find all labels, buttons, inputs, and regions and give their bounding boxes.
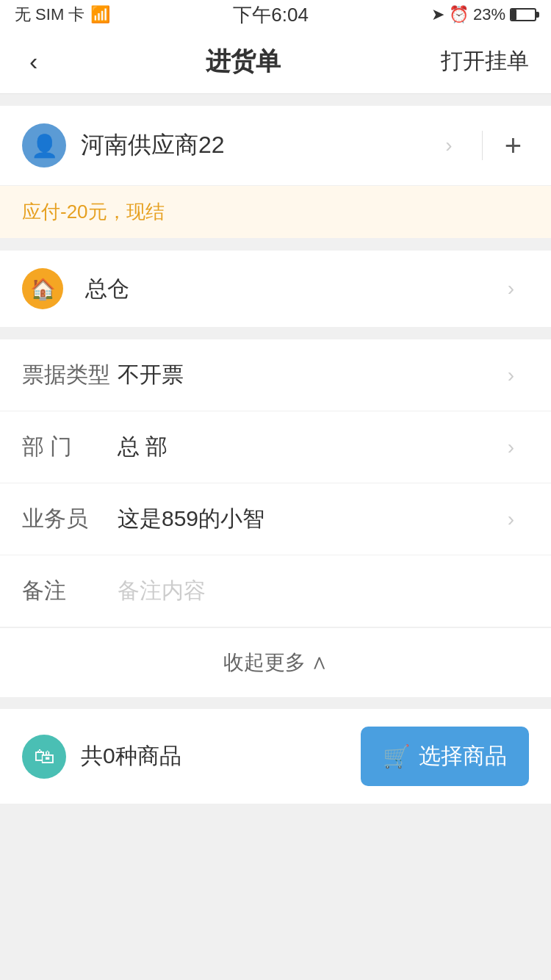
notice-text: 应付-20元，现结 [22,201,165,223]
remark-label: 备注 [22,576,110,606]
section-divider-1 [0,94,551,106]
warehouse-row[interactable]: 🏠 总仓 › [0,251,551,328]
alarm-icon: ⏰ [449,5,469,24]
select-product-label: 选择商品 [419,741,507,771]
select-product-cart-icon: 🛒 [383,743,410,769]
department-label: 部 门 [22,432,110,462]
warehouse-chevron-icon: › [508,277,514,300]
wifi-icon: 📶 [90,5,110,24]
salesperson-chevron-icon: › [508,508,514,531]
invoice-type-value: 不开票 [110,360,508,390]
department-chevron-icon: › [508,436,514,459]
department-value: 总 部 [110,432,508,462]
notice-bar: 应付-20元，现结 [0,186,551,238]
form-section: 票据类型 不开票 › 部 门 总 部 › 业务员 这是859的小智 › 备注 备… [0,339,551,697]
salesperson-value: 这是859的小智 [110,504,508,534]
supplier-divider [482,131,483,160]
bottom-section: 🛍 共0种商品 🛒 选择商品 [0,709,551,804]
nav-bar: ‹ 进货单 打开挂单 [0,29,551,94]
salesperson-label: 业务员 [22,504,110,534]
status-right: ➤ ⏰ 23% [431,5,536,24]
open-pending-button[interactable]: 打开挂单 [441,46,529,76]
supplier-name: 河南供应商22 [81,129,445,162]
invoice-type-row[interactable]: 票据类型 不开票 › [0,339,551,411]
battery-icon [510,8,536,21]
collapse-toggle[interactable]: 收起更多 ∧ [0,627,551,697]
avatar-person-icon: 👤 [31,133,58,159]
status-left: 无 SIM 卡 📶 [15,4,110,26]
chevron-right-icon: › [445,134,452,157]
collapse-text: 收起更多 ∧ [223,651,328,674]
warehouse-icon-bg: 🏠 [22,268,63,309]
add-supplier-button[interactable]: + [497,129,529,162]
remark-input[interactable]: 备注内容 [110,576,529,606]
sim-signal-text: 无 SIM 卡 [15,4,84,26]
invoice-type-label: 票据类型 [22,360,110,390]
supplier-row[interactable]: 👤 河南供应商22 › + [0,106,551,186]
status-bar: 无 SIM 卡 📶 下午6:04 ➤ ⏰ 23% [0,0,551,29]
page-title: 进货单 [206,45,281,79]
remark-row[interactable]: 备注 备注内容 [0,555,551,627]
back-button[interactable]: ‹ [22,40,45,83]
shopping-bag-icon: 🛍 [34,744,54,768]
product-icon-bg: 🛍 [22,735,66,779]
supplier-section: 👤 河南供应商22 › + 应付-20元，现结 [0,106,551,239]
avatar: 👤 [22,123,66,167]
house-icon: 🏠 [30,277,56,301]
warehouse-section: 🏠 总仓 › [0,251,551,328]
product-count: 共0种商品 [81,741,361,771]
department-row[interactable]: 部 门 总 部 › [0,411,551,483]
invoice-type-chevron-icon: › [508,364,514,387]
location-icon: ➤ [431,5,444,24]
select-product-button[interactable]: 🛒 选择商品 [361,727,529,786]
warehouse-value: 总仓 [78,274,508,304]
battery-percent: 23% [473,5,505,24]
salesperson-row[interactable]: 业务员 这是859的小智 › [0,483,551,555]
status-time: 下午6:04 [233,2,309,28]
